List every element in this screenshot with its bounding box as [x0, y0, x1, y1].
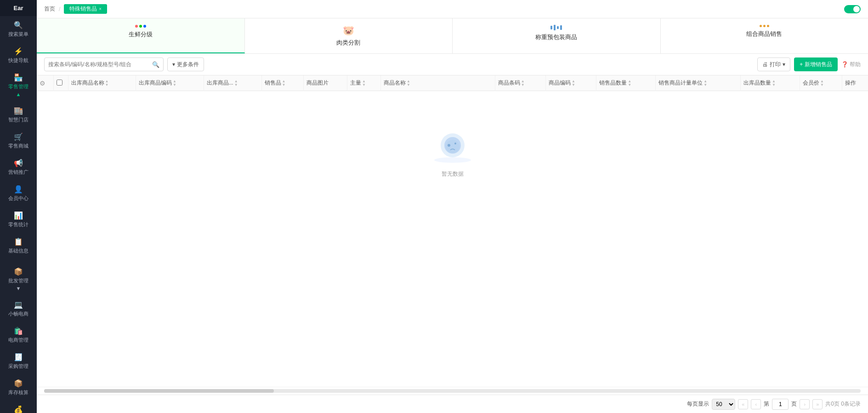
sort-arrows-sales-product: ▲▼ — [282, 80, 286, 87]
th-product-image: 商品图片 — [304, 75, 347, 91]
th-product-code[interactable]: 商品编码 ▲▼ — [545, 75, 596, 91]
add-button-label: + 新增销售品 — [800, 61, 832, 69]
th-checkbox — [53, 75, 68, 91]
retail-mgmt-icon: 🏪 — [14, 73, 23, 82]
pig-icon: 🐷 — [343, 25, 354, 36]
sidebar-item-label: 电商管理 — [8, 337, 28, 344]
sort-arrows-sales-qty: ▲▼ — [628, 80, 631, 87]
sidebar-item-search-menu[interactable]: 🔍 搜索菜单 — [0, 16, 37, 42]
th-out-product-code[interactable]: 出库商品编码 ▲▼ — [136, 75, 204, 91]
th-weight[interactable]: 主量 ▲▼ — [347, 75, 380, 91]
th-barcode[interactable]: 商品条码 ▲▼ — [495, 75, 545, 91]
toolbar: 🔍 ▾ 更多条件 🖨 打印 ▾ + 新增销售品 ❓ 帮助 — [37, 54, 868, 75]
help-icon: ❓ — [841, 61, 848, 68]
add-button[interactable]: + 新增销售品 — [794, 57, 837, 71]
main-content: 首页 / 特殊销售品 × 生鲜分级 🐷 肉类分割 — [37, 0, 868, 413]
th-member-price[interactable]: 会员价 ▲▼ — [800, 75, 842, 91]
sidebar-item-label: 库存核算 — [8, 389, 28, 396]
mini-ecom-icon: 💻 — [14, 300, 23, 309]
sidebar-item-purchase-mgmt[interactable]: 🧾 采购管理 — [0, 348, 37, 374]
th-sales-product-label: 销售品 — [265, 79, 281, 87]
sidebar-item-retail-mall[interactable]: 🛒 零售商城 — [0, 128, 37, 154]
sidebar-item-smart-store[interactable]: 🏬 智慧门店 — [0, 102, 37, 128]
th-barcode-label: 商品条码 — [498, 79, 520, 87]
prev-page-icon: ‹ — [755, 402, 757, 407]
prev-page-button[interactable]: ‹ — [751, 399, 761, 409]
sidebar-item-ecom-mgmt[interactable]: 🛍️ 电商管理 — [0, 322, 37, 348]
help-button[interactable]: ❓ 帮助 — [841, 61, 861, 69]
basic-info-icon: 📋 — [14, 237, 23, 246]
sidebar-item-mini-ecom[interactable]: 💻 小畅电商 — [0, 296, 37, 322]
sort-arrows-product-name: ▲▼ — [407, 80, 410, 87]
pagination: 每页显示 50 10 20 100 « ‹ 第 页 › — [687, 399, 861, 410]
search-menu-icon: 🔍 — [14, 21, 23, 29]
sort-arrows-barcode: ▲▼ — [521, 80, 525, 87]
horizontal-scrollbar-track[interactable] — [44, 389, 861, 393]
sidebar-item-quick-nav[interactable]: ⚡ 快捷导航 — [0, 42, 37, 69]
horizontal-scrollbar-thumb[interactable] — [44, 389, 274, 393]
tab-fresh-grade[interactable]: 生鲜分级 — [37, 18, 245, 53]
sidebar-item-finance[interactable]: 💰 资金管理 — [0, 401, 37, 413]
next-page-button[interactable]: › — [800, 399, 810, 409]
tab-weight-prepack[interactable]: 称重预包装商品 — [453, 18, 661, 53]
tab-combo-sales[interactable]: 组合商品销售 — [661, 18, 868, 53]
tab-meat-split[interactable]: 🐷 肉类分割 — [245, 18, 453, 53]
table-header-row: ⚙ 出库商品名称 ▲▼ 出库 — [37, 75, 868, 91]
tab-fresh-grade-label: 生鲜分级 — [129, 30, 153, 39]
th-weight-label: 主量 — [350, 79, 361, 87]
breadcrumb-home[interactable]: 首页 — [44, 5, 55, 13]
sort-arrows-out-product-code: ▲▼ — [173, 80, 176, 87]
svg-point-0 — [434, 157, 471, 163]
active-tab-tag[interactable]: 特殊销售品 × — [64, 4, 107, 14]
th-action: 操作 — [842, 75, 868, 91]
th-sales-product[interactable]: 销售品 ▲▼ — [261, 75, 304, 91]
sidebar: Ear 🔍 搜索菜单 ⚡ 快捷导航 🏪 零售管理 ▲ 🏬 智慧门店 🛒 零售商城… — [0, 0, 37, 413]
sidebar-item-retail-mgmt[interactable]: 🏪 零售管理 ▲ — [0, 69, 37, 102]
th-out-qty[interactable]: 出库品数量 ▲▼ — [741, 75, 800, 91]
finance-icon: 💰 — [14, 405, 23, 413]
th-gear[interactable]: ⚙ — [37, 75, 53, 91]
tab-close-button[interactable]: × — [99, 6, 102, 11]
footer: 每页显示 50 10 20 100 « ‹ 第 页 › — [37, 395, 868, 413]
tab-combo-sales-label: 组合商品销售 — [746, 30, 782, 38]
sort-arrows-weight: ▲▼ — [362, 80, 366, 87]
th-product-name[interactable]: 商品名称 ▲▼ — [380, 75, 495, 91]
sort-arrows-sales-unit: ▲▼ — [703, 80, 707, 87]
search-input[interactable] — [48, 61, 152, 68]
th-out-product-spec[interactable]: 出库商品... ▲▼ — [204, 75, 261, 91]
th-out-product-spec-label: 出库商品... — [207, 79, 233, 87]
th-sales-qty[interactable]: 销售品数量 ▲▼ — [596, 75, 656, 91]
th-sales-unit[interactable]: 销售商品计量单位 ▲▼ — [656, 75, 741, 91]
sidebar-item-marketing[interactable]: 📢 营销推广 — [0, 154, 37, 180]
sidebar-item-label: 小畅电商 — [8, 310, 28, 317]
gear-icon[interactable]: ⚙ — [40, 80, 45, 87]
sidebar-item-retail-stats[interactable]: 📊 零售统计 — [0, 206, 37, 233]
last-page-button[interactable]: » — [812, 399, 823, 409]
sort-arrows-out-product-spec: ▲▼ — [234, 80, 238, 87]
select-all-checkbox[interactable] — [57, 80, 62, 86]
first-page-button[interactable]: « — [738, 399, 748, 409]
th-out-product-name[interactable]: 出库商品名称 ▲▼ — [68, 75, 136, 91]
th-out-product-name-label: 出库商品名称 — [71, 79, 104, 87]
toolbar-right: 🖨 打印 ▾ + 新增销售品 ❓ 帮助 — [757, 57, 861, 71]
search-icon[interactable]: 🔍 — [152, 61, 159, 68]
sidebar-item-inventory[interactable]: 📦 库存核算 — [0, 374, 37, 401]
sidebar-item-members[interactable]: 👤 会员中心 — [0, 180, 37, 206]
print-arrow-icon: ▾ — [783, 61, 785, 68]
print-button[interactable]: 🖨 打印 ▾ — [757, 57, 790, 71]
sidebar-item-basic-info[interactable]: 📋 基础信息 — [0, 233, 37, 259]
empty-svg — [430, 128, 476, 165]
th-product-name-label: 商品名称 — [384, 79, 406, 87]
expand-arrow-icon: ▲ — [16, 92, 21, 97]
purchase-mgmt-icon: 🧾 — [14, 353, 23, 361]
last-page-icon: » — [816, 402, 819, 407]
sidebar-item-label: 零售统计 — [8, 221, 28, 228]
retail-mall-icon: 🛒 — [14, 132, 23, 141]
marketing-icon: 📢 — [14, 159, 23, 167]
fresh-grade-icon — [135, 25, 146, 28]
sidebar-item-wholesale-mgmt[interactable]: 📦 批发管理 ▼ — [0, 263, 37, 296]
filter-button[interactable]: ▾ 更多条件 — [167, 57, 204, 71]
toggle-switch[interactable] — [844, 5, 861, 13]
page-size-select[interactable]: 50 10 20 100 — [712, 399, 735, 410]
page-number-input[interactable] — [772, 399, 789, 410]
